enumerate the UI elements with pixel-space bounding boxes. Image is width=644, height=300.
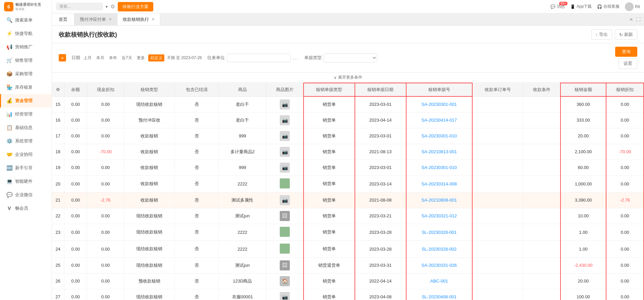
table-row: 17 0.00 0.00 收款核销 否 999 📷 销货单 2023-03-01…	[52, 128, 644, 144]
cell-write-off-amount: 1,000.00	[560, 175, 606, 192]
write-off-number-link[interactable]: SA-20230301-010	[421, 165, 457, 170]
cell-product-image: 📷	[266, 144, 304, 160]
voucher-type-select[interactable]	[324, 53, 377, 62]
filter-link-last7days[interactable]: 近7天	[120, 54, 133, 61]
cell-row-num: 16	[52, 112, 64, 128]
sidebar-item-purchase[interactable]: 📦 采购管理	[0, 67, 52, 81]
cell-write-off-date: 2023-03-28	[355, 224, 406, 241]
cell-write-off-discount: 0.00	[606, 112, 644, 128]
tab-prepay-label: 预付冲应付单	[80, 16, 106, 23]
filter-link-more[interactable]: 更多	[136, 54, 146, 61]
sidebar-item-vip[interactable]: V 畅会员	[0, 202, 52, 215]
app-download-item[interactable]: 📱 App下载	[570, 4, 592, 9]
sidebar-item-marketing[interactable]: 📢 营销推广	[0, 40, 52, 54]
write-off-number-link[interactable]: SA-20210813-001	[421, 149, 457, 154]
tab-maximize-button[interactable]: ⛶	[636, 17, 641, 22]
tab-writeoff[interactable]: 收款核销执行 ✕	[117, 13, 160, 25]
cell-receipt-order-no	[472, 175, 523, 192]
cell-write-off-discount: 0.00	[606, 241, 644, 257]
cell-include-settled: 否	[175, 241, 219, 257]
sidebar-item-quick-nav[interactable]: ⚡ 快捷导航	[0, 27, 52, 40]
expand-more-button[interactable]: ∨ 展开更多条件	[334, 75, 362, 80]
filter-expand-button[interactable]: »	[59, 54, 66, 61]
app-badge: 标准版	[15, 7, 41, 11]
cell-write-off-discount: 0.00	[606, 160, 644, 175]
sidebar-item-newbie[interactable]: 🆕 新手引导	[0, 161, 52, 175]
th-settings[interactable]: ⚙	[52, 83, 64, 96]
content-area: 首页 预付冲应付单 ✕ 收款核销执行 ✕ ✕ ⛶ 收款核销执行(按收款)	[52, 13, 644, 300]
app-download-icon: 📱	[570, 4, 575, 9]
table-row: 21 0.00 -2.76 收款核销 否 测试多属性 📷 销货单 2021-08…	[52, 192, 644, 208]
column-settings-button[interactable]: 设置	[619, 58, 637, 69]
export-icon: ↑	[596, 32, 598, 37]
counterparty-dots[interactable]: ...	[292, 55, 299, 61]
filter-link-this-month[interactable]: 本月	[95, 54, 106, 61]
sidebar-item-basic-info[interactable]: 📋 基础信息	[0, 121, 52, 134]
filter-link-this-year[interactable]: 本年	[108, 54, 118, 61]
sidebar-item-smart-hw[interactable]: 💻 智能硬件	[0, 175, 52, 188]
cell-row-num: 15	[52, 96, 64, 112]
cell-product-image	[266, 241, 304, 257]
sidebar-label-enterprise-wx: 企业微信	[15, 192, 33, 198]
app-download-label: App下载	[577, 4, 592, 9]
sidebar-item-enterprise[interactable]: 🤝 企业协同	[0, 148, 52, 161]
sidebar-item-system[interactable]: ⚙️ 系统管理	[0, 134, 52, 148]
sidebar-item-sales[interactable]: 🛒 销售管理	[0, 54, 52, 67]
tab-prepay[interactable]: 预付冲应付单 ✕	[74, 13, 117, 25]
cell-write-off-date: 2023-03-01	[355, 160, 406, 175]
write-off-number-link[interactable]: SA-20230321-012	[421, 213, 457, 218]
write-off-number-link[interactable]: SA-20230301-001	[421, 102, 457, 107]
industry-solution-button[interactable]: 休验行业方案	[118, 2, 153, 11]
cell-receipt-order-no	[472, 224, 523, 241]
filter-link-last-month[interactable]: 上月	[82, 54, 93, 61]
refresh-button[interactable]: ↻ 刷新	[615, 30, 637, 40]
cell-balance: 0.00	[64, 128, 87, 144]
settings-gear-icon[interactable]: ⚙	[110, 3, 115, 10]
cell-write-off-discount: 0.00	[606, 175, 644, 192]
export-button[interactable]: ↑ 导出	[591, 30, 612, 40]
sidebar-item-operations[interactable]: 📊 经营管理	[0, 108, 52, 121]
table-row: 24 0.00 0.00 现结收款核销 否 2222 销货单 2023-03-2…	[52, 241, 644, 257]
top-dropdown-arrow[interactable]: ▾	[106, 4, 108, 9]
tab-prepay-close-icon[interactable]: ✕	[109, 17, 112, 22]
tab-close-window-button[interactable]: ✕	[629, 17, 633, 22]
chevron-down-icon: ∨	[334, 75, 337, 80]
cell-include-settled: 否	[175, 112, 219, 128]
tab-writeoff-close-icon[interactable]: ✕	[152, 17, 155, 22]
newbie-icon: 🆕	[6, 165, 12, 171]
sidebar-label-finance: 资金管理	[15, 98, 33, 104]
message-icon-item[interactable]: 💬 消息 99+	[550, 4, 565, 9]
write-off-number-link[interactable]: SA-20230414-017	[421, 118, 457, 123]
cell-write-off-number: SL-20230408-001	[406, 289, 472, 300]
user-item[interactable]: Rit	[625, 2, 640, 11]
cell-write-off-number: SA-20210813-001	[406, 144, 472, 160]
cell-cash-discount: -70.00	[87, 144, 124, 160]
write-off-number-link[interactable]: SL-20230328-001	[422, 230, 457, 235]
cell-product-image: 🖼	[266, 208, 304, 224]
cell-product-image: 🖼	[266, 257, 304, 273]
cell-product: 2222	[219, 224, 266, 241]
filter-link-custom[interactable]: 自定义	[148, 54, 164, 61]
write-off-number-link[interactable]: SA-20230331-026	[421, 263, 457, 268]
cell-write-off-type: 现结收款核销	[124, 224, 175, 241]
sidebar-item-inventory[interactable]: 🏪 库存核算	[0, 81, 52, 94]
sidebar-item-enterprise-wx[interactable]: 💬 企业微信	[0, 188, 52, 202]
expand-more-bar: ∨ 展开更多条件	[52, 73, 644, 83]
write-off-number-link[interactable]: SL-20230328-002	[422, 247, 457, 252]
counterparty-input[interactable]	[227, 54, 290, 62]
cell-write-off-number: SA-20230301-010	[406, 128, 472, 144]
write-off-number-link[interactable]: SA-20230301-010	[421, 133, 457, 138]
online-service-item[interactable]: 🎧 在线客服	[597, 4, 620, 9]
sidebar-item-finance[interactable]: 💰 资金管理	[0, 94, 52, 108]
write-off-number-link[interactable]: SL-20230408-001	[422, 294, 457, 299]
write-off-number-link[interactable]: SA-20230314-008	[421, 181, 457, 186]
write-off-number-link[interactable]: ABC-001	[430, 278, 448, 284]
query-button[interactable]: 查询	[615, 47, 637, 57]
top-search-box[interactable]: 搜索...	[56, 3, 103, 10]
sidebar-item-search-menu[interactable]: 🔍 搜索菜单	[0, 13, 52, 27]
cell-receipt-order-no	[472, 241, 523, 257]
app-logo-icon: 6	[4, 2, 13, 11]
write-off-number-link[interactable]: SA-20210808-001	[421, 198, 457, 203]
cell-receipt-condition	[523, 96, 560, 112]
tab-home[interactable]: 首页	[52, 13, 74, 25]
